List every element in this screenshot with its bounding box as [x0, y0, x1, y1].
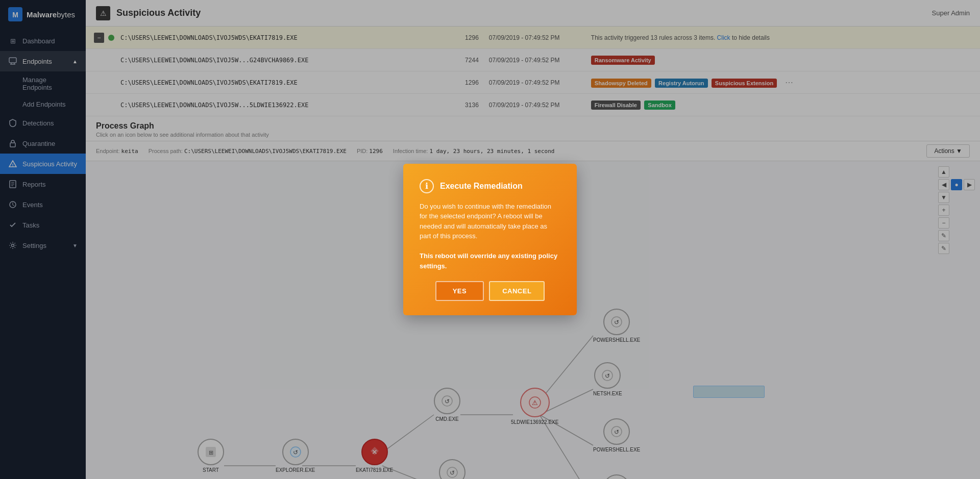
yes-button[interactable]: YES: [435, 281, 484, 301]
execute-remediation-modal: ℹ Execute Remediation Do you wish to con…: [403, 164, 577, 316]
modal-overlay[interactable]: ℹ Execute Remediation Do you wish to con…: [0, 0, 980, 479]
modal-body: Do you wish to continue with the remedia…: [420, 201, 560, 271]
modal-header: ℹ Execute Remediation: [420, 179, 560, 193]
modal-body-bold: This reboot will override any existing p…: [420, 252, 557, 270]
cancel-button[interactable]: CANCEL: [489, 281, 545, 301]
modal-body-text2: This reboot will override any existing p…: [420, 251, 560, 271]
modal-body-text1: Do you wish to continue with the remedia…: [420, 201, 560, 241]
modal-actions: YES CANCEL: [420, 281, 560, 301]
modal-title: Execute Remediation: [440, 182, 523, 191]
modal-info-icon: ℹ: [420, 179, 434, 193]
